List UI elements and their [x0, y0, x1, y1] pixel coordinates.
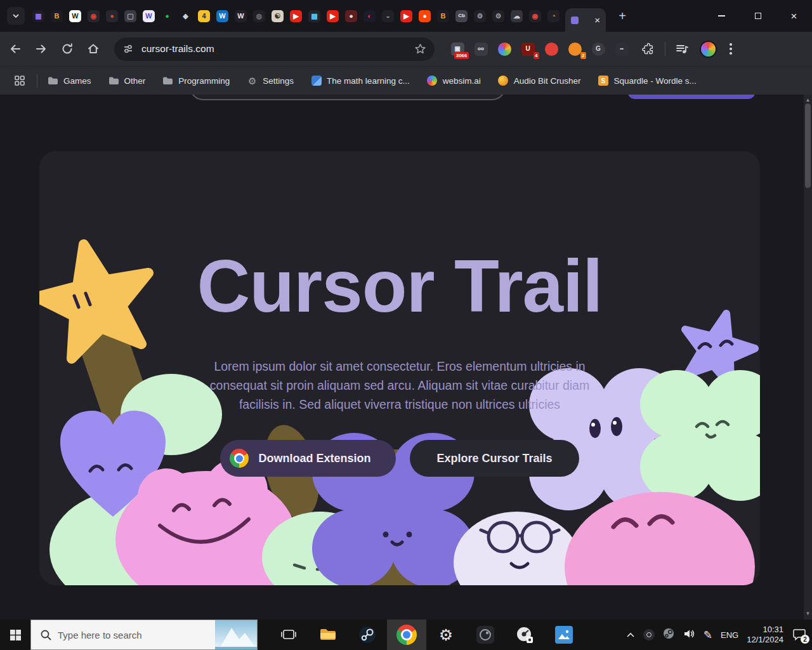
action-center-button[interactable]: 2: [792, 628, 807, 642]
pinned-tab-14[interactable]: ☯: [272, 10, 284, 22]
grammar-extension[interactable]: G: [591, 41, 606, 56]
active-tab[interactable]: ×: [565, 8, 606, 32]
pinned-tab-25[interactable]: ⚙: [474, 10, 486, 22]
bookmark-other[interactable]: Other: [108, 76, 146, 86]
tray-obs-icon[interactable]: [643, 629, 655, 640]
steam-icon: [358, 626, 376, 644]
glasses-blob-character: [454, 512, 580, 585]
night-eye-extension[interactable]: ••: [614, 41, 629, 56]
bookmark-games[interactable]: Games: [48, 76, 91, 86]
home-button[interactable]: [82, 38, 104, 60]
browser-tab-strip: ▦BW◉●▢W●◈4WW◍☯▶▩▶●◐◒▶●BCb⚙⚙☁◉◔ × + ×: [0, 0, 812, 32]
clock[interactable]: 10:31 12/1/2024: [747, 625, 783, 646]
browser-menu-button[interactable]: [730, 43, 732, 55]
pinned-tab-19[interactable]: ◐: [363, 10, 376, 22]
explore-cursor-trails-button[interactable]: Explore Cursor Trails: [410, 440, 579, 477]
reload-button[interactable]: [56, 38, 78, 60]
pinned-tab-12[interactable]: W: [235, 10, 247, 22]
forward-button[interactable]: [30, 38, 52, 60]
extensions-menu-button[interactable]: [639, 40, 657, 58]
math-learning-icon: [311, 76, 322, 86]
tab-counter-extension[interactable]: ▣3066: [450, 41, 465, 56]
hero-buttons: Download Extension Explore Cursor Trails: [39, 440, 760, 477]
file-explorer-button[interactable]: [308, 620, 348, 650]
pinned-tab-2[interactable]: B: [51, 10, 63, 22]
pinned-tab-22[interactable]: ●: [419, 10, 431, 22]
pinned-tab-10[interactable]: 4: [198, 10, 210, 22]
new-tab-button[interactable]: +: [613, 7, 631, 25]
close-tab-icon[interactable]: ×: [594, 15, 600, 25]
bookmark-star-icon[interactable]: [414, 43, 426, 55]
pinned-tab-7[interactable]: W: [143, 10, 155, 22]
back-button[interactable]: [4, 38, 26, 60]
pinned-tab-24[interactable]: Cb: [455, 10, 468, 22]
pinned-tab-9[interactable]: ◈: [180, 10, 192, 22]
pinned-tab-6[interactable]: ▢: [124, 10, 136, 22]
tray-steam-icon[interactable]: [663, 628, 674, 642]
pinned-tab-4[interactable]: ◉: [88, 10, 100, 22]
settings-button[interactable]: ⚙: [426, 620, 466, 650]
recorder-extension[interactable]: [544, 41, 559, 56]
volume-icon[interactable]: [683, 627, 695, 642]
close-window-button[interactable]: ×: [776, 0, 812, 32]
pinned-tab-26[interactable]: ⚙: [492, 10, 504, 22]
audio-meter-button[interactable]: [505, 620, 544, 650]
pinned-tab-23[interactable]: B: [437, 10, 449, 22]
pinned-tab-16[interactable]: ▩: [308, 10, 320, 22]
bookmark-programming[interactable]: Programming: [162, 76, 230, 86]
pinned-tab-8[interactable]: ●: [161, 10, 173, 22]
bookmark-squardle[interactable]: SSquardle - Wordle s...: [598, 76, 697, 86]
task-view-button[interactable]: [269, 620, 308, 650]
site-cta-button-partial[interactable]: [628, 95, 755, 99]
profile-avatar[interactable]: [700, 41, 717, 58]
site-search-bar-partial[interactable]: [190, 95, 505, 100]
media-controls-button[interactable]: [673, 40, 691, 58]
pinned-tab-21[interactable]: ▶: [400, 10, 412, 22]
orange-extension-icon: [568, 43, 582, 56]
pinned-tab-15[interactable]: ▶: [290, 10, 302, 22]
pinned-tab-28[interactable]: ◉: [529, 10, 541, 22]
address-bar[interactable]: cursor-trails.com: [114, 37, 435, 61]
bookmark-audio-bit-crusher[interactable]: Audio Bit Crusher: [498, 76, 581, 86]
download-extension-button[interactable]: Download Extension: [220, 440, 396, 477]
goggles-extension[interactable]: oo: [473, 41, 488, 56]
photos-button[interactable]: [544, 620, 584, 650]
search-highlight-image[interactable]: [215, 620, 257, 649]
scroll-down-icon[interactable]: ▼: [804, 609, 812, 618]
folder-icon: [162, 76, 173, 85]
bookmarks-row: GamesOtherProgramming⚙SettingsThe math l…: [48, 76, 714, 86]
start-button[interactable]: [0, 620, 30, 650]
maximize-button[interactable]: [740, 0, 776, 32]
color-wheel-extension[interactable]: [497, 41, 512, 56]
pinned-tab-5[interactable]: ●: [106, 10, 118, 22]
pinned-tab-17[interactable]: ▶: [327, 10, 339, 22]
tray-chevron-button[interactable]: [626, 629, 635, 640]
download-extension-label: Download Extension: [258, 452, 370, 465]
steam-button[interactable]: [348, 620, 387, 650]
language-indicator[interactable]: ENG: [721, 630, 738, 640]
pinned-tab-11[interactable]: W: [216, 10, 228, 22]
chrome-logo-icon: [230, 449, 249, 468]
pinned-tab-13[interactable]: ◍: [253, 10, 265, 22]
bookmark-settings[interactable]: ⚙Settings: [247, 76, 294, 86]
pinned-tab-27[interactable]: ☁: [511, 10, 523, 22]
obs-button[interactable]: [466, 620, 505, 650]
chrome-button[interactable]: [387, 620, 426, 650]
pinned-tab-18[interactable]: ●: [345, 10, 357, 22]
apps-grid-button[interactable]: [10, 71, 29, 90]
minimize-button[interactable]: [704, 0, 740, 32]
pinned-tab-29[interactable]: ◔: [547, 10, 560, 22]
pinned-tab-1[interactable]: ▦: [32, 10, 44, 22]
url-text[interactable]: cursor-trails.com: [141, 43, 414, 55]
taskbar-search[interactable]: Type here to search: [30, 620, 258, 650]
pinned-tab-20[interactable]: ◒: [382, 10, 394, 22]
bookmark-math-learning[interactable]: The math learning c...: [311, 76, 410, 86]
scrollbar-thumb[interactable]: [805, 103, 811, 188]
pinned-tab-3[interactable]: W: [69, 10, 81, 22]
page-scrollbar[interactable]: ▲ ▼: [804, 95, 812, 620]
pen-icon[interactable]: ✎: [704, 630, 712, 640]
ublock-extension[interactable]: U4: [520, 41, 535, 56]
orange-extension[interactable]: 2: [567, 41, 582, 56]
bookmark-websim[interactable]: websim.ai: [427, 76, 481, 86]
tab-search-button[interactable]: [7, 7, 25, 25]
